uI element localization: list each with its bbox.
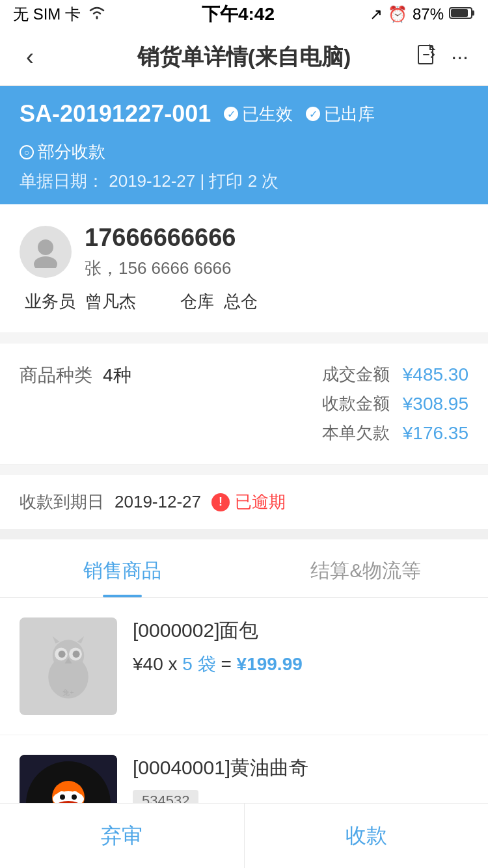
price-base-bread: ¥40 <box>133 654 163 674</box>
tabs-section: 销售商品 结算&物流等 <box>0 539 488 598</box>
customer-section: 17666666666 张，156 6666 6666 业务员 曾凡杰 仓库 总… <box>0 204 488 333</box>
svg-point-11 <box>73 651 80 658</box>
location-icon: ↗ <box>370 5 383 23</box>
product-types-label: 商品种类 <box>20 363 92 388</box>
order-id: SA-20191227-001 <box>20 100 211 128</box>
product-item: 兔+ [0000002]面包 ¥40 x 5 袋 = ¥199.99 <box>0 598 488 735</box>
customer-avatar <box>20 226 72 278</box>
nav-right-actions: ··· <box>414 43 468 72</box>
price-x-bread: x <box>169 654 183 674</box>
agent-label: 业务员 <box>25 292 75 311</box>
debt-amount: ¥176.35 <box>403 423 468 444</box>
warehouse-name: 总仓 <box>224 292 258 311</box>
tab-settlement[interactable]: 结算&物流等 <box>244 539 488 597</box>
agent-info: 业务员 曾凡杰 <box>20 290 136 313</box>
reject-button[interactable]: 弃审 <box>0 804 245 868</box>
nav-bar: ‹ 销货单详情(来自电脑) ··· <box>0 29 488 86</box>
battery-icon <box>449 5 475 23</box>
stats-grid: 商品种类 4种 成交金额 ¥485.30 收款金额 ¥308.95 本单欠款 ¥… <box>20 363 468 444</box>
status-partial: ○ 部分收款 <box>20 141 105 163</box>
deal-amount-row: 成交金额 ¥485.30 <box>322 363 468 386</box>
status-bar: 无 SIM 卡 下午4:42 ↗ ⏰ 87% <box>0 0 488 29</box>
product-types-value: 4种 <box>103 363 131 388</box>
banner-date-row: 单据日期： 2019-12-27 | 打印 2 次 <box>20 170 468 193</box>
svg-rect-1 <box>472 10 474 16</box>
unit-bread: 袋 <box>198 654 216 674</box>
status-left: 无 SIM 卡 <box>13 4 107 25</box>
warehouse-label: 仓库 <box>180 292 214 311</box>
svg-marker-13 <box>53 636 60 644</box>
received-row: 收款金额 ¥308.95 <box>322 392 468 415</box>
debt-row: 本单欠款 ¥176.35 <box>322 422 468 444</box>
overdue-badge: ! 已逾期 <box>211 491 286 513</box>
customer-details: 17666666666 张，156 6666 6666 <box>85 224 236 280</box>
battery-text: 87% <box>413 5 444 23</box>
more-icon[interactable]: ··· <box>451 45 468 69</box>
due-date: 2019-12-27 <box>115 492 201 512</box>
status-shipped: ✓ 已出库 <box>306 103 375 126</box>
product-name-cookie: [00040001]黄油曲奇 <box>133 755 468 781</box>
wifi-icon <box>87 5 107 23</box>
deal-amount-label: 成交金额 <box>322 363 390 386</box>
customer-meta: 业务员 曾凡杰 仓库 总仓 <box>20 290 468 313</box>
total-bread: ¥199.99 <box>237 654 303 674</box>
product-info-bread: [0000002]面包 ¥40 x 5 袋 = ¥199.99 <box>133 617 468 677</box>
nav-title: 销货单详情(来自电脑) <box>137 42 351 72</box>
tab-sales-products[interactable]: 销售商品 <box>0 539 244 597</box>
svg-point-10 <box>59 651 66 658</box>
check-shipped-icon: ✓ <box>306 107 320 121</box>
svg-point-5 <box>34 256 57 268</box>
svg-point-23 <box>60 794 65 800</box>
clock-icon: ○ <box>20 145 34 159</box>
equals-bread: = <box>221 654 236 674</box>
header-banner: SA-20191227-001 ✓ 已生效 ✓ 已出库 ○ 部分收款 单据日期：… <box>0 86 488 204</box>
stats-section: 商品种类 4种 成交金额 ¥485.30 收款金额 ¥308.95 本单欠款 ¥… <box>0 344 488 465</box>
status-time: 下午4:42 <box>202 2 275 27</box>
deal-amount-value: ¥485.30 <box>403 364 468 385</box>
due-section: 收款到期日 2019-12-27 ! 已逾期 <box>0 475 488 539</box>
customer-row: 17666666666 张，156 6666 6666 <box>20 224 468 280</box>
customer-name: 张，156 6666 6666 <box>85 257 236 280</box>
due-label: 收款到期日 <box>20 491 104 513</box>
product-image-bread: 兔+ <box>20 617 117 715</box>
overdue-icon: ! <box>211 493 230 511</box>
overdue-label: 已逾期 <box>235 491 286 513</box>
svg-marker-14 <box>77 636 84 644</box>
product-name-bread: [0000002]面包 <box>133 617 468 644</box>
stats-right: 成交金额 ¥485.30 收款金额 ¥308.95 本单欠款 ¥176.35 <box>322 363 468 444</box>
share-icon[interactable] <box>414 43 438 72</box>
qty-bread: 5 <box>182 654 193 674</box>
alarm-icon: ⏰ <box>388 5 407 23</box>
agent-name: 曾凡杰 <box>85 292 136 311</box>
bottom-bar: 弃审 收款 <box>0 803 488 868</box>
svg-point-4 <box>38 239 53 255</box>
banner-order-row: SA-20191227-001 ✓ 已生效 ✓ 已出库 ○ 部分收款 <box>20 100 468 163</box>
warehouse-info: 仓库 总仓 <box>175 290 258 313</box>
check-effective-icon: ✓ <box>224 107 238 121</box>
svg-point-24 <box>72 794 77 800</box>
svg-rect-2 <box>451 9 468 17</box>
received-amount: ¥308.95 <box>403 394 468 414</box>
customer-phone: 17666666666 <box>85 224 236 252</box>
stats-left: 商品种类 4种 <box>20 363 131 388</box>
svg-text:兔+: 兔+ <box>62 688 74 696</box>
status-effective: ✓ 已生效 <box>224 103 293 126</box>
product-price-bread: ¥40 x 5 袋 = ¥199.99 <box>133 652 468 677</box>
back-button[interactable]: ‹ <box>20 37 40 77</box>
status-right: ↗ ⏰ 87% <box>370 5 475 23</box>
no-sim-text: 无 SIM 卡 <box>13 4 81 25</box>
debt-label: 本单欠款 <box>322 422 390 444</box>
collect-payment-button[interactable]: 收款 <box>245 804 489 868</box>
received-label: 收款金额 <box>322 392 390 415</box>
